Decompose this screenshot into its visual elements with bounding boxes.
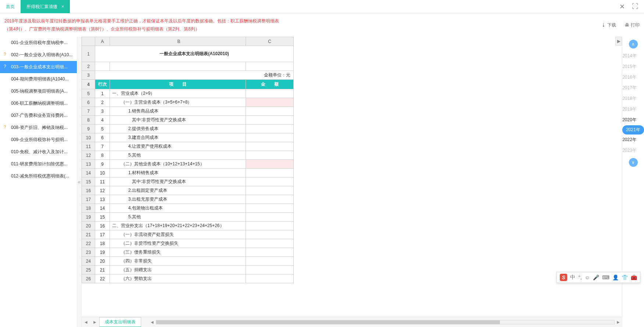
row-header[interactable]: 22 (82, 239, 95, 248)
cell-line-no[interactable]: 1 (95, 89, 110, 98)
ime-keyboard-icon[interactable]: ⌨ (602, 274, 609, 280)
hscroll-left[interactable]: ◄ (149, 320, 156, 325)
cell-item[interactable]: （四）非常损失 (110, 257, 246, 266)
cell-amount[interactable] (246, 89, 294, 98)
cell-item[interactable]: 其中:非货币性资产交换成本 (110, 116, 246, 125)
cell-amount[interactable] (246, 169, 294, 177)
ime-skin-icon[interactable]: 👕 (622, 274, 628, 280)
row-header[interactable]: 16 (82, 186, 95, 195)
sidebar-item[interactable]: 011-研发费用加计扣除优惠... (0, 158, 77, 170)
year-item[interactable]: 2022年 (622, 134, 644, 145)
sidebar-item[interactable]: ?003-一般企业成本支出明细... (0, 61, 77, 73)
sidebar-item[interactable]: 012-减免所得税优惠明细表(... (0, 170, 77, 182)
cell-line-no[interactable]: 21 (95, 266, 110, 274)
ime-bar[interactable]: S 中 °, ☺ 🎤 ⌨ 👤 👕 🧰 (557, 272, 640, 283)
collapse-handle[interactable]: « (77, 37, 82, 327)
row-header[interactable]: 3 (82, 71, 95, 80)
row-header[interactable]: 2 (82, 62, 95, 71)
row-header[interactable]: 7 (82, 107, 95, 116)
ime-emoji-icon[interactable]: ☺ (585, 274, 590, 280)
cell-amount[interactable] (246, 195, 294, 204)
sheet-tab[interactable]: 成本支出明细表 (99, 317, 141, 327)
cell-item[interactable]: 2.出租固定资产成本 (110, 186, 246, 195)
row-header[interactable]: 21 (82, 230, 95, 239)
cell-item[interactable]: 4.包装物出租成本 (110, 204, 246, 213)
sidebar-item[interactable]: 001-企业所得税年度纳税申... (0, 37, 77, 49)
cell-line-no[interactable]: 8 (95, 151, 110, 160)
year-item[interactable]: 2018年 (622, 93, 644, 104)
row-header[interactable]: 6 (82, 98, 95, 107)
expand-handle[interactable]: ▶ (615, 37, 622, 46)
cell-line-no[interactable]: 7 (95, 142, 110, 151)
sidebar-item[interactable]: 009-企业所得税弥补亏损明... (0, 134, 77, 146)
row-header[interactable]: 12 (82, 151, 95, 160)
cell-line-no[interactable]: 9 (95, 160, 110, 169)
cell-amount[interactable] (246, 204, 294, 213)
cell-line-no[interactable]: 2 (95, 98, 110, 107)
cell-item[interactable]: （二）非货币性资产交换损失 (110, 239, 246, 248)
cell-line-no[interactable]: 16 (95, 222, 110, 230)
row-header[interactable]: 20 (82, 222, 95, 230)
cell-line-no[interactable]: 13 (95, 195, 110, 204)
ime-punct-icon[interactable]: °, (578, 274, 582, 280)
cell-amount[interactable] (246, 160, 294, 169)
row-header[interactable]: 5 (82, 89, 95, 98)
cell-amount[interactable] (246, 151, 294, 160)
cell-amount[interactable] (246, 125, 294, 133)
ime-toolbox-icon[interactable]: 🧰 (631, 274, 637, 280)
ime-lang[interactable]: 中 (570, 274, 575, 281)
cell-item[interactable]: （三）债务重组损失 (110, 248, 246, 257)
year-item[interactable]: 2014年 (622, 51, 644, 61)
cell-item[interactable]: 5.其他 (110, 151, 246, 160)
col-header-c[interactable]: C (246, 37, 294, 46)
col-header-b[interactable]: B (110, 37, 246, 46)
cell-amount[interactable] (246, 274, 294, 283)
sidebar-item[interactable]: 005-纳税调整项目明细表(A... (0, 85, 77, 97)
sidebar-item[interactable]: 004-期间费用明细表(A1040... (0, 73, 77, 85)
row-header[interactable]: 1 (82, 46, 95, 62)
close-icon[interactable]: × (61, 4, 64, 9)
cell-amount[interactable] (246, 116, 294, 125)
cell-item[interactable]: 2.提供劳务成本 (110, 125, 246, 133)
cell-line-no[interactable]: 14 (95, 204, 110, 213)
year-item[interactable]: 2017年 (622, 83, 644, 93)
cell-amount[interactable] (246, 133, 294, 142)
row-header[interactable]: 19 (82, 213, 95, 222)
tab-active[interactable]: 所得税汇算清缴 × (21, 0, 70, 13)
year-item[interactable]: 2023年 (622, 145, 644, 156)
row-header[interactable]: 13 (82, 160, 95, 169)
cell-amount[interactable] (246, 142, 294, 151)
sidebar-item[interactable]: 006-职工薪酬纳税调整明细... (0, 97, 77, 109)
cell-amount[interactable] (246, 230, 294, 239)
row-header[interactable]: 11 (82, 142, 95, 151)
year-down-icon[interactable]: ∨ (629, 158, 638, 167)
cell-line-no[interactable]: 20 (95, 257, 110, 266)
year-up-icon[interactable]: ∧ (629, 40, 638, 48)
cell-item[interactable]: （一）非流动资产处置损失 (110, 230, 246, 239)
year-item[interactable]: 2016年 (622, 72, 644, 83)
cell-item[interactable]: 1.销售商品成本 (110, 107, 246, 116)
close-window-icon[interactable]: ✕ (618, 2, 626, 11)
row-header[interactable]: 23 (82, 248, 95, 257)
ime-user-icon[interactable]: 👤 (612, 274, 619, 280)
cell-amount[interactable] (246, 266, 294, 274)
cell-line-no[interactable]: 5 (95, 125, 110, 133)
cell-amount[interactable] (246, 177, 294, 186)
cell-item[interactable]: （一）主营业务成本（3+5+6+7+8） (110, 98, 246, 107)
cell-item[interactable]: 5.其他 (110, 213, 246, 222)
cell-item[interactable]: 其中:非货币性资产交换成本 (110, 177, 246, 186)
row-header[interactable]: 18 (82, 204, 95, 213)
row-header[interactable]: 26 (82, 274, 95, 283)
sidebar-item[interactable]: ?008-资产折旧、摊销及纳税... (0, 122, 77, 134)
hscroll-right[interactable]: ► (615, 320, 622, 325)
cell-amount[interactable] (246, 186, 294, 195)
cell-item[interactable]: 一、营业成本（2+9） (110, 89, 246, 98)
sidebar-item[interactable]: 010-免税、减计收入及加计... (0, 146, 77, 158)
cell-amount[interactable] (246, 222, 294, 230)
sheet-nav-next[interactable]: ► (90, 320, 99, 325)
cell-item[interactable]: 3.出租无形资产成本 (110, 195, 246, 204)
cell-amount[interactable] (246, 107, 294, 116)
cell-amount[interactable] (246, 98, 294, 107)
cell-line-no[interactable]: 6 (95, 133, 110, 142)
col-header-a[interactable]: A (95, 37, 110, 46)
